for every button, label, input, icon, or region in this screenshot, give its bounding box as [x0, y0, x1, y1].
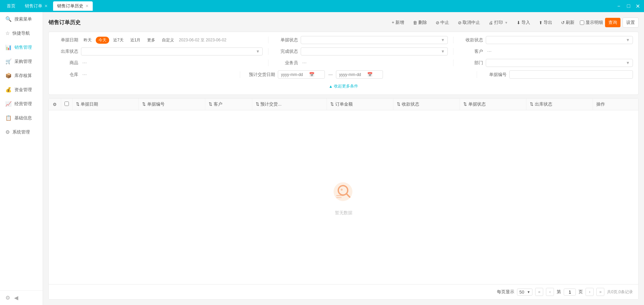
minimize-btn[interactable]: －	[615, 2, 623, 10]
more-btn[interactable]: 更多	[144, 37, 158, 44]
refresh-btn[interactable]: ↺ 刷新	[558, 18, 578, 27]
tab-sales-order-history-close[interactable]: ✕	[85, 4, 89, 8]
col-payment-status: ⇅ 收款状态	[393, 99, 460, 110]
sidebar-item-sales-mgmt-label: 销售管理	[14, 44, 32, 50]
sidebar-item-inventory[interactable]: 📦 库存核算	[0, 69, 43, 83]
warehouse-dots[interactable]: ···	[81, 72, 88, 78]
outbound-status-sort[interactable]: ⇅ 出库状态	[530, 101, 589, 107]
sidebar-item-ops-mgmt[interactable]: 📈 经营管理	[0, 97, 43, 111]
tab-sales-order-history[interactable]: 销售订单历史 ✕	[53, 1, 93, 11]
total-text: 共0页,0条记录	[607, 289, 633, 295]
sidebar-bottom: ⚙ ◀	[0, 290, 43, 305]
tab-sales-order[interactable]: 销售订单 ✕	[21, 1, 52, 11]
prev-page-btn[interactable]: ‹	[546, 288, 554, 296]
collapse-icon: ▲	[329, 84, 333, 89]
first-page-btn[interactable]: «	[535, 288, 543, 296]
last7days-btn[interactable]: 近7天	[111, 37, 126, 44]
expected-date-to-cal-icon[interactable]: 📅	[367, 72, 373, 77]
today-btn[interactable]: 今天	[96, 37, 109, 44]
import-btn[interactable]: ⬇ 导入	[513, 18, 533, 27]
product-dots[interactable]: ···	[81, 60, 88, 66]
delete-btn[interactable]: 🗑 删除	[410, 18, 430, 27]
order-status-select[interactable]: ▼	[301, 36, 448, 44]
display-detail-input[interactable]	[580, 21, 584, 25]
empty-state-icon	[330, 179, 357, 206]
finance-icon: 💰	[5, 87, 12, 93]
page-unit: 页	[578, 289, 583, 295]
collapse-btn[interactable]: ▲ 收起更多条件	[326, 82, 361, 90]
print-btn[interactable]: 🖨 打印 ▼	[485, 18, 511, 27]
page-title: 销售订单历史	[48, 19, 81, 26]
payment-status-sort[interactable]: ⇅ 收款状态	[397, 101, 456, 107]
tab-sales-order-close[interactable]: ✕	[44, 4, 48, 8]
department-section: 部门 ▼	[459, 59, 633, 67]
expected-date-to-input[interactable]	[339, 72, 366, 77]
expected-date-to-field[interactable]: 📅	[336, 70, 383, 79]
amount-sort[interactable]: ⇅ 订单金额	[330, 101, 390, 107]
date-filter-section: 单据日期 昨天 今天 近7天 近1月 更多 自定义 2023-06-02 至 2…	[54, 37, 263, 44]
sidebar-item-sys-mgmt[interactable]: ⚙ 系统管理	[0, 125, 43, 139]
cancel-stop-btn[interactable]: ⊘ 取消中止	[455, 18, 483, 27]
custom-btn[interactable]: 自定义	[159, 37, 177, 44]
page-size-select[interactable]: 50 ▼	[517, 289, 532, 296]
search-menu-icon: 🔍	[5, 16, 12, 22]
expected-date-sort[interactable]: ⇅ 预计交货...	[256, 101, 323, 107]
sidebar-item-search-menu[interactable]: 🔍 搜索菜单	[0, 12, 43, 26]
col-outbound-status: ⇅ 出库状态	[526, 99, 593, 110]
col-action-label: 操作	[596, 102, 605, 107]
date-filter-value: 昨天 今天 近7天 近1月 更多 自定义 2023-06-02 至 2023-0…	[81, 37, 263, 44]
stop-btn[interactable]: ⊘ 中止	[432, 18, 453, 27]
next-page-btn[interactable]: ›	[586, 288, 594, 296]
order-no-sort[interactable]: ⇅ 单据编号	[142, 101, 202, 107]
query-btn[interactable]: 查询	[605, 18, 620, 27]
completion-status-select[interactable]: ▼	[301, 47, 448, 55]
sidebar-item-quick-nav[interactable]: ☆ 快捷导航	[0, 26, 43, 40]
display-detail-label: 显示明细	[586, 20, 603, 26]
stop-btn-label: 中止	[440, 20, 449, 26]
refresh-btn-label: 刷新	[566, 20, 574, 26]
settings-btn[interactable]: 设置	[622, 17, 639, 28]
select-all-checkbox[interactable]	[65, 102, 69, 106]
last1month-btn[interactable]: 近1月	[128, 37, 143, 44]
expected-date-from-cal-icon[interactable]: 📅	[309, 72, 314, 77]
gear-icon[interactable]: ⚙	[53, 102, 57, 107]
display-detail-checkbox[interactable]: 显示明细	[580, 20, 603, 26]
expected-date-from-input[interactable]	[281, 72, 308, 77]
expected-date-section: 预计交货日期 📅 — 📅	[246, 70, 471, 79]
outbound-status-section: 出库状态 ▼	[54, 47, 263, 55]
col-payment-status-label: ⇅ 收款状态	[397, 101, 419, 107]
ops-mgmt-icon: 📈	[5, 101, 12, 107]
sidebar-item-basic-info[interactable]: 📋 基础信息	[0, 111, 43, 125]
last-page-btn[interactable]: »	[596, 288, 604, 296]
sidebar-collapse-icon[interactable]: ◀	[14, 295, 18, 301]
tab-home[interactable]: 首页	[3, 1, 19, 11]
payment-status-select[interactable]: ▼	[486, 36, 633, 44]
print-btn-label: 打印	[494, 20, 503, 26]
salesperson-dots[interactable]: ···	[301, 60, 308, 66]
sidebar-item-finance[interactable]: 💰 资金管理	[0, 83, 43, 97]
divider-3	[268, 48, 268, 55]
outbound-status-select[interactable]: ▼	[81, 47, 263, 55]
window-close-btn[interactable]: ✕	[634, 2, 641, 10]
expected-date-from-field[interactable]: 📅	[278, 70, 325, 79]
col-order-status: ⇅ 单据状态	[460, 99, 526, 110]
sidebar-settings-icon[interactable]: ⚙	[5, 295, 10, 301]
order-no-input[interactable]	[509, 70, 633, 79]
sidebar-item-sales-mgmt[interactable]: 📊 销售管理	[0, 40, 43, 54]
customer-dots[interactable]: ···	[486, 48, 493, 54]
payment-status-chevron: ▼	[626, 38, 630, 42]
order-status-sort[interactable]: ⇅ 单据状态	[463, 101, 523, 107]
maximize-btn[interactable]: □	[626, 2, 632, 10]
new-btn[interactable]: + 新增	[388, 18, 407, 27]
customer-sort[interactable]: ⇅ 客户	[209, 101, 248, 107]
sidebar-item-basic-info-label: 基础信息	[14, 115, 32, 121]
sidebar-item-purchase-mgmt[interactable]: 🛒 采购管理	[0, 54, 43, 69]
page-input[interactable]	[564, 289, 576, 296]
yesterday-btn[interactable]: 昨天	[81, 37, 94, 44]
date-sort[interactable]: ⇅ 单据日期	[76, 101, 135, 107]
col-checkbox[interactable]	[61, 99, 72, 110]
export-btn[interactable]: ⬆ 导出	[535, 18, 556, 27]
department-select[interactable]: ▼	[486, 59, 633, 67]
print-chevron-icon: ▼	[505, 21, 508, 25]
col-gear[interactable]: ⚙	[49, 99, 61, 110]
